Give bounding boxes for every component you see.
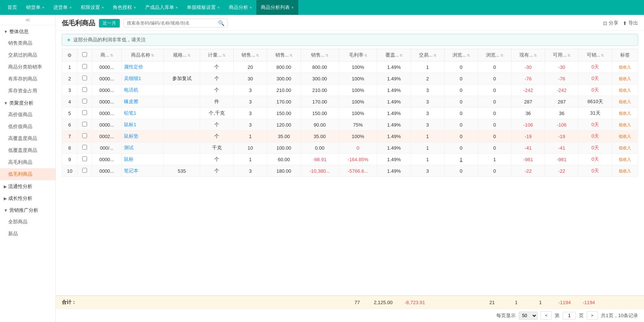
row-view1[interactable]: 1 — [444, 154, 478, 165]
sidebar-group-cluster-analysis[interactable]: ▼ 类聚度分析 — [0, 97, 55, 109]
row-select-checkbox[interactable] — [82, 122, 87, 127]
sidebar-item-traded-products[interactable]: 交易过的商品 — [0, 49, 55, 61]
search-icon[interactable]: 🔍 — [218, 20, 224, 26]
share-button[interactable]: ⊡ 分享 — [603, 20, 618, 26]
row-checkbox[interactable] — [77, 96, 92, 108]
row-checkbox[interactable] — [77, 108, 92, 119]
close-icon[interactable]: × — [102, 5, 104, 10]
col-view2[interactable]: 浏览...⇅ — [478, 49, 511, 61]
sidebar-group-growth-analysis[interactable]: ▶ 成长性分析 — [0, 192, 55, 204]
row-checkbox[interactable] — [77, 73, 92, 85]
row-checkbox[interactable] — [77, 85, 92, 96]
sidebar-item-high-margin[interactable]: 高毛利商品 — [0, 156, 55, 168]
close-icon[interactable]: × — [217, 5, 220, 10]
nav-product-analysis-list[interactable]: 商品分析列表 × — [256, 0, 298, 15]
col-settings[interactable]: ⚙ — [62, 49, 77, 61]
sidebar-item-low-margin[interactable]: 低毛利商品 — [0, 168, 55, 180]
nav-sales-order[interactable]: 销货单 × — [22, 0, 49, 15]
per-page-select[interactable]: 50 100 200 — [519, 312, 538, 320]
sidebar-item-low-value[interactable]: 低价值商品 — [0, 121, 55, 133]
row-checkbox[interactable] — [77, 142, 92, 154]
col-coverage[interactable]: 覆盖...⇅ — [377, 49, 411, 61]
sidebar-group-liquidity-analysis[interactable]: ▶ 流通性分析 — [0, 180, 55, 192]
search-input[interactable] — [127, 20, 218, 26]
row-name[interactable]: 笔记本 — [122, 165, 164, 177]
sidebar-item-low-coverage[interactable]: 低覆盖度商品 — [0, 144, 55, 156]
export-button[interactable]: ⬆ 导出 — [623, 20, 638, 26]
row-saleable: 0天 — [579, 131, 612, 142]
sidebar-item-sales-products[interactable]: 销售类商品 — [0, 37, 55, 49]
row-checkbox[interactable] — [77, 154, 92, 165]
sidebar-group-overall-info[interactable]: ▼ 整体信息 — [0, 25, 55, 37]
row-name[interactable]: 鼠标 — [122, 154, 164, 165]
col-name[interactable]: 商品名称⇅ — [122, 49, 164, 61]
close-icon[interactable]: × — [291, 5, 294, 10]
row-name[interactable]: 鼠标垫 — [122, 131, 164, 142]
row-name[interactable]: 电话机 — [122, 85, 164, 96]
nav-home[interactable]: 首页 — [3, 0, 22, 15]
row-name[interactable]: 鼠标1 — [122, 119, 164, 131]
col-spec[interactable]: 规格...⇅ — [164, 49, 200, 61]
close-icon[interactable]: × — [176, 5, 178, 10]
row-select-checkbox[interactable] — [82, 156, 87, 161]
col-saleable[interactable]: 可销...⇅ — [579, 49, 612, 61]
close-icon[interactable]: × — [42, 5, 44, 10]
row-select-checkbox[interactable] — [82, 64, 87, 69]
nav-template-settings[interactable]: 单据模板设置 × — [182, 0, 224, 15]
page-input[interactable] — [563, 312, 576, 319]
row-name[interactable]: 橡皮擦 — [122, 96, 164, 108]
sidebar-item-all-products[interactable]: 全部商品 — [0, 216, 55, 228]
row-name[interactable]: 属性定价 — [122, 61, 164, 73]
row-select-checkbox[interactable] — [82, 133, 87, 138]
content-area: 低毛利商品 近一月 🔍 ⊡ 分享 ⬆ 导出 ☀ 这部分商品的利润非常低，请关注 — [56, 15, 644, 322]
row-name[interactable]: 测试 — [122, 142, 164, 154]
row-select-checkbox[interactable] — [82, 145, 87, 150]
prev-page-button[interactable]: ＜ — [541, 311, 552, 320]
row-current-stock: -22 — [512, 165, 545, 177]
col-gross-margin[interactable]: 毛利率⇅ — [339, 49, 377, 61]
close-icon[interactable]: × — [69, 5, 71, 10]
col-code[interactable]: 商...⇅ — [92, 49, 122, 61]
col-view1[interactable]: 浏览...⇅ — [444, 49, 478, 61]
next-page-button[interactable]: ＞ — [587, 311, 598, 320]
sidebar-item-stocked-products[interactable]: 有库存的商品 — [0, 73, 55, 85]
nav-product-analysis[interactable]: 商品分析 × — [224, 0, 256, 15]
row-tag: 低收入 — [612, 108, 638, 119]
sidebar-item-high-value[interactable]: 高价值商品 — [0, 109, 55, 121]
row-name[interactable]: 铅笔1 — [122, 108, 164, 119]
sidebar-item-stock-capital[interactable]: 库存资金占用 — [0, 85, 55, 97]
col-sale-amount[interactable]: 销售...⇅ — [267, 49, 301, 61]
row-code: 0000... — [92, 108, 122, 119]
sidebar-group-marketing-analysis[interactable]: ▼ 营销推广分析 — [0, 204, 55, 216]
row-select-checkbox[interactable] — [82, 110, 87, 115]
time-filter-button[interactable]: 近一月 — [99, 19, 120, 28]
sidebar-item-new-products[interactable]: 新品 — [0, 228, 55, 240]
select-all-checkbox[interactable] — [82, 52, 87, 57]
col-trade[interactable]: 交易...⇅ — [411, 49, 444, 61]
close-icon[interactable]: × — [250, 5, 252, 10]
col-checkbox[interactable] — [77, 49, 92, 61]
nav-purchase-order[interactable]: 进货单 × — [49, 0, 76, 15]
sidebar-item-high-coverage[interactable]: 高覆盖度商品 — [0, 133, 55, 144]
row-name[interactable]: 吴细细1 — [122, 73, 164, 85]
col-tag[interactable]: 标签 — [612, 49, 638, 61]
col-available[interactable]: 可用...⇅ — [545, 49, 579, 61]
col-sale-profit[interactable]: 销售...⇅ — [301, 49, 339, 61]
nav-product-warehouse[interactable]: 产成品入库单 × — [141, 0, 182, 15]
row-select-checkbox[interactable] — [82, 99, 87, 103]
row-checkbox[interactable] — [77, 61, 92, 73]
row-checkbox[interactable] — [77, 119, 92, 131]
nav-permission-settings[interactable]: 权限设置 × — [76, 0, 108, 15]
row-select-checkbox[interactable] — [82, 87, 87, 92]
col-current-stock[interactable]: 现有...⇅ — [512, 49, 545, 61]
row-select-checkbox[interactable] — [82, 168, 87, 173]
row-checkbox[interactable] — [77, 165, 92, 177]
col-unit[interactable]: 计量...⇅ — [200, 49, 234, 61]
col-sale-count[interactable]: 销售...⇅ — [234, 49, 267, 61]
nav-role-auth[interactable]: 角色授权 × — [108, 0, 140, 15]
collapse-sidebar-button[interactable]: ≪ — [0, 15, 55, 25]
sidebar-item-category-rate[interactable]: 商品分类助销率 — [0, 61, 55, 73]
close-icon[interactable]: × — [134, 5, 136, 10]
row-select-checkbox[interactable] — [82, 76, 87, 80]
row-checkbox[interactable] — [77, 131, 92, 142]
